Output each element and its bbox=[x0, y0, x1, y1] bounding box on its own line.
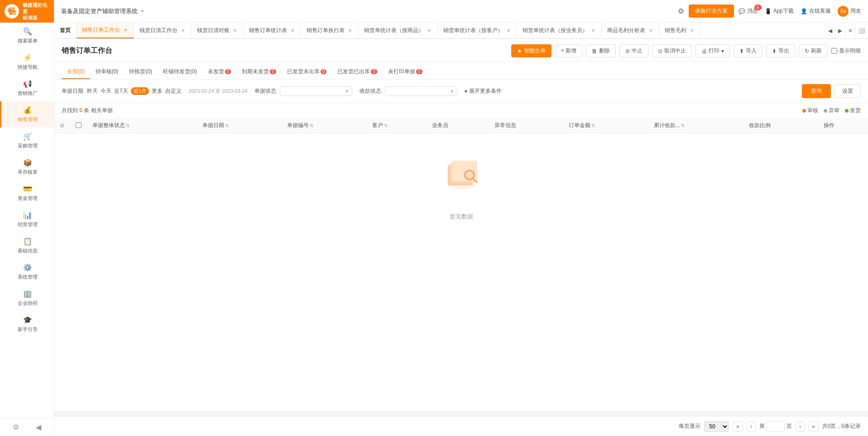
tab-close-sales-workbench[interactable]: ✕ bbox=[123, 27, 128, 33]
sidebar-item-guide[interactable]: 🎓新手引导 bbox=[0, 311, 54, 337]
col-customer[interactable]: 客户⇅ bbox=[367, 118, 427, 133]
tab-close-sales-summary-staff[interactable]: ✕ bbox=[590, 28, 596, 33]
sidebar-item-basic[interactable]: 📋基础信息 bbox=[0, 232, 54, 259]
settings-bottom-icon[interactable]: ⚙ bbox=[13, 423, 19, 431]
tab-label-sales-summary-product: 销货单统计表（按商品） bbox=[364, 27, 424, 34]
col-collected[interactable]: 累计收款...⇅ bbox=[648, 118, 744, 133]
sidebar-item-purchase[interactable]: 🛒采购管理 bbox=[0, 128, 54, 154]
app-download-btn[interactable]: 📱 App下载 bbox=[765, 7, 794, 15]
tab-close-sales-summary-product[interactable]: ✕ bbox=[427, 28, 432, 33]
sidebar-item-quick-nav[interactable]: ⚡快捷导航 bbox=[0, 49, 54, 75]
subtab-shipped-out[interactable]: 已发货已出库0 bbox=[332, 65, 383, 79]
system-title-arrow[interactable]: ▾ bbox=[141, 9, 144, 14]
tab-close-cash-daily[interactable]: ✕ bbox=[180, 28, 186, 33]
col-checkbox[interactable] bbox=[70, 118, 87, 133]
date-opt-昨天[interactable]: 昨天 bbox=[87, 87, 98, 95]
sidebar-item-search[interactable]: 🔍搜索菜单 bbox=[0, 23, 54, 49]
show-detail-checkbox[interactable]: 显示明细 bbox=[831, 47, 861, 55]
filter-expand-btn[interactable]: ▾ 展开更多条件 bbox=[465, 87, 502, 95]
tab-sales-workbench[interactable]: 销售订单工作台✕ bbox=[77, 23, 134, 38]
tab-close-sales-stats[interactable]: ✕ bbox=[290, 28, 295, 33]
filter-order-status-select[interactable]: ▾ bbox=[280, 86, 352, 96]
sidebar-item-system[interactable]: ⚙️系统管理 bbox=[0, 259, 54, 285]
tab-close-gross-profit[interactable]: ✕ bbox=[648, 28, 653, 33]
online-service-btn[interactable]: 👤 在线客服 bbox=[801, 7, 831, 15]
import-btn[interactable]: ⬆ 导入 bbox=[734, 44, 762, 57]
query-btn[interactable]: 查询 bbox=[802, 84, 831, 98]
col-date[interactable]: 单据日期⇅ bbox=[197, 118, 282, 133]
subtab-pending-review[interactable]: 待审核(0) bbox=[90, 65, 124, 79]
horizontal-scrollbar[interactable] bbox=[54, 411, 868, 416]
settings-btn[interactable]: 设置 bbox=[834, 84, 861, 98]
export-btn[interactable]: ⬇ 导出 bbox=[766, 44, 795, 57]
page-input[interactable]: 1 bbox=[767, 422, 785, 431]
suspend-icon: ⊘ bbox=[625, 48, 630, 54]
sidebar-item-operation[interactable]: 📊经营管理 bbox=[0, 206, 54, 232]
tab-gross-profit[interactable]: 商品毛利分析表✕ bbox=[602, 23, 659, 38]
first-page-btn[interactable]: « bbox=[733, 422, 743, 431]
subtab-pending-inspect[interactable]: 待拣货(0) bbox=[124, 65, 158, 79]
tab-scroll-right[interactable]: ▶ bbox=[835, 23, 845, 38]
tab-close-cash-reconcile[interactable]: ✕ bbox=[232, 28, 238, 33]
refresh-btn[interactable]: ↻ 刷新 bbox=[799, 44, 828, 57]
last-page-btn[interactable]: » bbox=[808, 422, 819, 431]
col-settings[interactable]: ⚙ bbox=[54, 118, 70, 133]
collapse-icon[interactable]: ◀ bbox=[36, 423, 41, 431]
tab-sales-execute[interactable]: 销售订单执行表✕ bbox=[301, 23, 359, 38]
tab-sales-summary-customer[interactable]: 销货单统计表（按客户）✕ bbox=[438, 23, 517, 38]
toolbar-btn-review[interactable]: 审核 bbox=[802, 107, 818, 114]
toolbar-btn-revoke[interactable]: 弃审 bbox=[824, 107, 839, 114]
tab-close-sales-increase[interactable]: ✕ bbox=[689, 28, 695, 33]
date-opt-自定义[interactable]: 自定义 bbox=[165, 87, 182, 95]
date-opt-近1月[interactable]: 近1月 bbox=[131, 87, 149, 95]
delete-btn[interactable]: 🗑 删除 bbox=[586, 44, 616, 57]
sidebar-item-marketing[interactable]: 📢营销推广 bbox=[0, 75, 54, 101]
sidebar-item-enterprise[interactable]: 🏢企业协同 bbox=[0, 285, 54, 311]
tab-close-sales-summary-customer[interactable]: ✕ bbox=[506, 28, 511, 33]
prev-page-btn[interactable]: ‹ bbox=[747, 422, 756, 431]
print-btn[interactable]: 🖨 打印 ▾ bbox=[695, 44, 730, 57]
suspend-btn[interactable]: ⊘ 中止 bbox=[619, 44, 648, 57]
sales-icon: 💰 bbox=[23, 106, 32, 114]
tab-cash-daily[interactable]: 钱货日清工作台✕ bbox=[134, 23, 192, 38]
tab-close-sales-execute[interactable]: ✕ bbox=[347, 28, 353, 33]
add-btn[interactable]: + 新增 bbox=[555, 44, 582, 57]
message-btn[interactable]: 💬 消息 6 bbox=[739, 7, 758, 15]
sidebar-menu: 🔍搜索菜单⚡快捷导航📢营销推广💰销售管理🛒采购管理📦库存核算💳资金管理📊经营管理… bbox=[0, 23, 54, 418]
next-page-btn[interactable]: › bbox=[796, 422, 805, 431]
tab-home[interactable]: 首页 bbox=[54, 23, 77, 38]
tab-scroll-left[interactable]: ◀ bbox=[825, 23, 835, 38]
smart-gen-btn[interactable]: ★ 智能生单 bbox=[511, 44, 551, 57]
subtab-all[interactable]: 全部(0) bbox=[62, 65, 90, 79]
col-number[interactable]: 单据编号⇅ bbox=[282, 118, 367, 133]
page-size-select[interactable]: 2050100 bbox=[704, 421, 729, 432]
sidebar-item-finance[interactable]: 💳资金管理 bbox=[0, 180, 54, 206]
subtab-overdue-ship[interactable]: 到期未发货0 bbox=[236, 65, 282, 79]
filter-payment-status-select[interactable]: ▾ bbox=[385, 86, 457, 96]
date-opt-更多[interactable]: 更多 bbox=[152, 87, 163, 95]
tab-sales-summary-staff[interactable]: 销货单统计表（按业务员）✕ bbox=[517, 23, 602, 38]
col-status[interactable]: 单据整体状态⇅ bbox=[87, 118, 197, 133]
date-opt-今天[interactable]: 今天 bbox=[101, 87, 111, 95]
industry-btn[interactable]: 体验行业方案 bbox=[689, 5, 734, 18]
tab-sales-summary-product[interactable]: 销货单统计表（按商品）✕ bbox=[359, 23, 438, 38]
user-btn[interactable]: Ea 用友 bbox=[838, 6, 861, 17]
tab-sales-stats[interactable]: 销售订单统计表✕ bbox=[244, 23, 301, 38]
select-all-checkbox[interactable] bbox=[76, 122, 82, 128]
tab-cash-reconcile[interactable]: 钱货日清对账✕ bbox=[192, 23, 244, 38]
tab-sales-increase[interactable]: 销售毛利✕ bbox=[659, 23, 700, 38]
sidebar-item-inventory[interactable]: 📦库存核算 bbox=[0, 154, 54, 180]
toolbar-btn-ship[interactable]: 发货 bbox=[845, 107, 861, 114]
subtab-shipped-not-out[interactable]: 已发货未出库0 bbox=[282, 65, 332, 79]
subtab-not-shipped[interactable]: 未发货0 bbox=[202, 65, 237, 79]
tab-minimize[interactable]: ⬜ bbox=[855, 23, 868, 38]
subtab-wangpu-pending[interactable]: 旺铺待发货(0) bbox=[158, 65, 202, 79]
topbar-settings-icon[interactable]: ⚙ bbox=[678, 7, 684, 15]
date-opt-近7天[interactable]: 近7天 bbox=[114, 87, 128, 95]
sidebar-item-sales[interactable]: 💰销售管理 bbox=[0, 101, 54, 128]
show-detail-input[interactable] bbox=[831, 48, 837, 54]
tab-close-current[interactable]: ✕ bbox=[845, 23, 855, 38]
subtab-not-printed[interactable]: 未打印单据0 bbox=[383, 65, 428, 79]
cancel-suspend-btn[interactable]: ⊙ 取消中止 bbox=[652, 44, 692, 57]
col-amount[interactable]: 订单金额⇅ bbox=[563, 118, 648, 133]
